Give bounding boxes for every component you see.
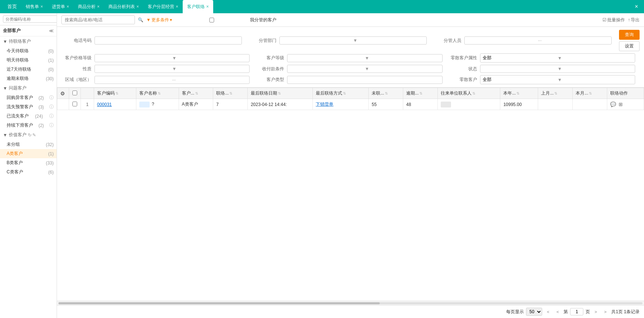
nav-purchase[interactable]: 进货单 × <box>47 0 74 13</box>
edit-icon[interactable]: ✎ <box>32 132 36 138</box>
th-customer-type[interactable]: 客户... ⇅ <box>179 88 213 99</box>
setting-button[interactable]: 设置 <box>619 41 640 51</box>
dept-select[interactable]: ▼ <box>279 36 427 45</box>
td-index: 1 <box>81 99 94 110</box>
sidebar-item-churn-warning[interactable]: 流失预警客户 (3) ⓘ <box>0 102 57 112</box>
sidebar-item-unclassified[interactable]: 未分组 (32) <box>0 140 57 149</box>
page-number-input[interactable] <box>570 308 583 315</box>
th-checkbox[interactable] <box>69 88 81 99</box>
select-all-checkbox[interactable] <box>72 91 77 95</box>
phone-label: 电话号码 <box>61 38 94 44</box>
sidebar-item-7day-contact[interactable]: 近7天待联络 (0) <box>0 65 57 74</box>
filter-icon: ▼ <box>146 17 151 22</box>
sidebar-item-declining[interactable]: 持续下滑客户 (2) ⓘ <box>0 121 57 130</box>
close-sales-tab[interactable]: × <box>40 4 43 9</box>
retail-attr-select[interactable]: 全部 ▼ <box>480 53 635 63</box>
sidebar-item-class-a[interactable]: A类客户 (1) <box>0 149 57 158</box>
nav-customer-tier[interactable]: 客户分层经营 × <box>143 0 183 13</box>
th-unit-contact[interactable]: 往来单位联系人 ⇅ <box>437 88 500 99</box>
refresh-icon[interactable]: ↻ <box>28 132 32 138</box>
per-page-select[interactable]: 50 <box>526 308 542 316</box>
sidebar-item-tomorrow-contact[interactable]: 明天待联络 (1) <box>0 56 57 65</box>
dept-label: 分管部门 <box>246 38 279 44</box>
th-last-contact-date[interactable]: 最后联络日期 ⇅ <box>248 88 313 99</box>
prev-page-button[interactable]: ＜ <box>544 309 552 315</box>
problem-customer-group[interactable]: ▼ 问题客户 <box>0 83 57 93</box>
filter-nature: 性质 ▼ <box>61 65 254 73</box>
more-filter-button[interactable]: ▼ 更多条件 ▾ <box>146 17 172 23</box>
sidebar-item-churned[interactable]: 已流失客户 (24) ⓘ <box>0 112 57 121</box>
retail-customer-select[interactable]: 全部 ▼ <box>480 75 635 84</box>
export-button[interactable]: ↑ 导出 <box>628 17 640 23</box>
customer-type-input[interactable] <box>287 76 442 84</box>
filter-dept: 分管部门 ▼ <box>246 36 431 45</box>
th-overdue[interactable]: 逾期... ⇅ <box>403 88 437 99</box>
category-search-input[interactable] <box>3 15 57 23</box>
search-input[interactable] <box>61 15 135 24</box>
next-page-button[interactable]: ＞ <box>602 309 609 315</box>
nature-select[interactable]: ▼ <box>94 65 250 73</box>
price-level-select[interactable]: ▼ <box>94 54 250 62</box>
th-last-month[interactable]: 上月... ⇅ <box>538 88 573 99</box>
td-checkbox[interactable] <box>69 99 81 110</box>
nav-sales[interactable]: 销售单 × <box>21 0 47 13</box>
th-this-year[interactable]: 本年... ⇅ <box>500 88 538 99</box>
window-close-button[interactable]: × <box>632 3 641 10</box>
sidebar: 🔍 全部客户 ≪ ▼ 待联络客户 今天待联络 (0) 明天待联络 (1) 近7天… <box>0 13 57 318</box>
sidebar-item-overdue-contact[interactable]: 逾期未联络 (30) <box>0 74 57 83</box>
prev-page-icon[interactable]: ＜ <box>554 309 561 315</box>
payment-label: 收付款条件 <box>254 66 287 72</box>
th-gear[interactable]: ⚙ <box>57 88 69 99</box>
grid-action-icon[interactable]: ⊞ <box>619 102 623 107</box>
row-checkbox[interactable] <box>72 102 77 106</box>
close-product-analysis-tab[interactable]: × <box>97 4 100 9</box>
th-last-contact-method[interactable]: 最后联络方式 ⇅ <box>313 88 369 99</box>
sidebar-item-repurchase-abnormal[interactable]: 回购异常客户 (2) ⓘ <box>0 93 57 102</box>
my-customer-checkbox[interactable] <box>175 18 248 22</box>
close-customer-tier-tab[interactable]: × <box>176 4 178 9</box>
batch-operation-button[interactable]: ☑ 批量操作 <box>602 17 625 23</box>
gear-icon[interactable]: ⚙ <box>60 91 65 96</box>
sidebar-item-class-c[interactable]: C类客户 (6) <box>0 167 57 177</box>
manager-input[interactable]: ··· <box>464 36 612 45</box>
th-no-contact[interactable]: 未联... ⇅ <box>369 88 403 99</box>
nav-product-analysis-list[interactable]: 商品分析列表 × <box>104 0 143 13</box>
sidebar-collapse-button[interactable]: ≪ <box>49 28 54 33</box>
region-input[interactable]: ··· <box>94 76 250 84</box>
sort-year-icon: ⇅ <box>516 91 519 95</box>
payment-select[interactable]: ▼ <box>287 65 442 73</box>
chat-action-icon[interactable]: 💬 <box>610 102 616 107</box>
td-last-contact-date: 2023-04-12 14:44: <box>248 99 313 110</box>
filter-customer-level: 客户等级 ▼ <box>254 54 447 62</box>
td-last-contact-method[interactable]: 下销货单 <box>313 99 369 110</box>
sidebar-item-class-b[interactable]: B类客户 (33) <box>0 158 57 167</box>
sort-overdue-icon: ⇅ <box>419 91 422 95</box>
query-button[interactable]: 查询 <box>619 30 640 40</box>
horizontal-scrollbar[interactable] <box>57 301 644 305</box>
scroll-thumb[interactable] <box>58 302 380 304</box>
nav-product-analysis[interactable]: 商品分析 × <box>74 0 104 13</box>
filter-row-1: 电话号码 分管部门 ▼ 分管人员 ··· <box>61 30 640 51</box>
close-product-list-tab[interactable]: × <box>136 4 139 9</box>
search-icon[interactable]: 🔍 <box>138 17 143 22</box>
value-customer-group[interactable]: ▼ 价值客户 ↻ ✎ <box>0 130 57 140</box>
retail-customer-arrow-icon: ▼ <box>558 77 633 82</box>
next-page-icon[interactable]: ＞ <box>592 309 600 315</box>
pagination: 每页显示 50 ＜ ＜ 第 页 ＞ ＞ 共1页 1条记录 <box>57 305 644 318</box>
sidebar-item-today-contact[interactable]: 今天待联络 (0) <box>0 46 57 56</box>
close-customer-contact-tab[interactable]: × <box>206 4 209 9</box>
nav-customer-contact[interactable]: 客户联络 × <box>183 0 213 13</box>
status-select[interactable]: ▼ <box>480 65 635 73</box>
export-icon: ↑ <box>628 17 630 22</box>
close-purchase-tab[interactable]: × <box>67 4 69 9</box>
phone-input[interactable] <box>94 36 242 45</box>
th-name[interactable]: 客户名称 ⇅ <box>136 88 179 99</box>
th-code[interactable]: 客户编码 ⇅ <box>94 88 136 99</box>
customer-level-select[interactable]: ▼ <box>287 54 442 62</box>
th-contact-count[interactable]: 联络... ⇅ <box>213 88 248 99</box>
nav-home[interactable]: 首页 <box>3 0 21 13</box>
td-code[interactable]: 000031 <box>94 99 136 110</box>
unit-contact-badge <box>441 102 451 107</box>
pending-contact-group[interactable]: ▼ 待联络客户 <box>0 36 57 46</box>
th-this-month[interactable]: 本月... ⇅ <box>573 88 607 99</box>
